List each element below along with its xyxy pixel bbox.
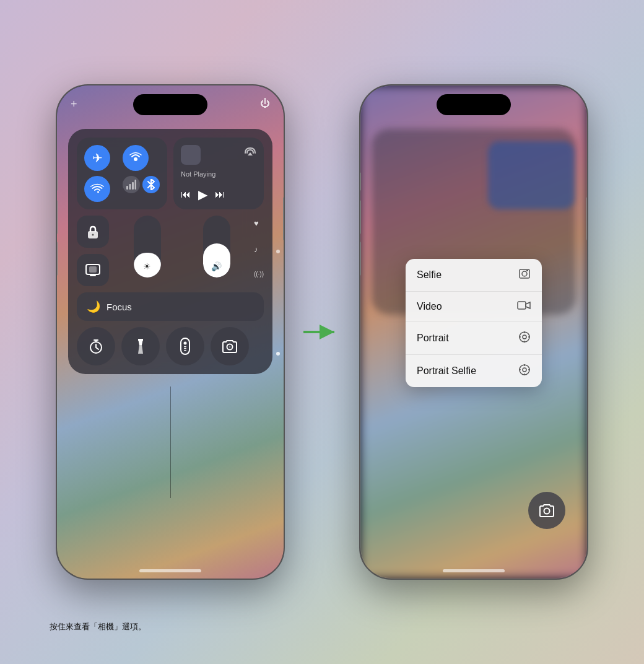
portrait-icon (518, 331, 531, 346)
svg-point-23 (520, 332, 529, 342)
video-label: Video (417, 301, 442, 312)
airplane-mode-button[interactable]: ✈ (84, 145, 110, 171)
direction-arrow (303, 320, 341, 344)
svg-point-25 (520, 365, 529, 375)
portrait-selfie-icon (518, 364, 531, 378)
wifi-hotspot-button[interactable] (123, 145, 149, 171)
favorite-icon: ♥ (254, 219, 264, 228)
wifi-button[interactable] (84, 176, 110, 202)
portrait-option[interactable]: Portrait (406, 322, 542, 355)
phone2-wrapper: Selfie Video (359, 84, 588, 580)
svg-point-24 (523, 335, 526, 339)
volume-up-button[interactable] (56, 200, 58, 234)
cc-row4 (77, 327, 264, 365)
add-button[interactable]: + (71, 98, 77, 111)
svg-rect-3 (132, 182, 134, 190)
bluetooth-button[interactable] (142, 176, 160, 193)
now-playing-album-art (181, 145, 201, 165)
brightness-slider[interactable]: ☀ (115, 216, 180, 277)
connectivity-tile: ✈ (77, 138, 167, 209)
phone2-power-button[interactable] (586, 197, 588, 240)
camera-module-blur (488, 141, 575, 209)
portrait-selfie-option[interactable]: Portrait Selfie (406, 355, 542, 387)
flashlight-button[interactable] (121, 327, 160, 365)
svg-rect-21 (526, 270, 528, 271)
phone2-dynamic-island (437, 94, 511, 115)
cellular-button[interactable] (123, 176, 140, 193)
svg-rect-8 (89, 266, 97, 273)
selfie-label: Selfie (417, 269, 442, 281)
airplay-icon[interactable] (244, 145, 256, 160)
side-indicator-dot-bottom (276, 352, 280, 356)
phone2-camera-button[interactable] (528, 492, 565, 529)
volume-slider[interactable]: 🔊 (185, 216, 249, 277)
phone2: Selfie Video (359, 84, 588, 580)
phone1: + ⏻ ✈ (56, 84, 285, 580)
play-button[interactable]: ▶ (198, 187, 207, 202)
camera-options-menu: Selfie Video (406, 259, 542, 387)
dynamic-island (133, 94, 207, 115)
speaker-icon: ((·)) (254, 271, 264, 277)
volume-down-button[interactable] (56, 242, 58, 276)
rewind-button[interactable]: ⏮ (181, 189, 191, 200)
selfie-option[interactable]: Selfie (406, 259, 542, 292)
control-center: ✈ (68, 129, 272, 374)
phone2-home-indicator (443, 569, 505, 572)
camera-button[interactable] (211, 327, 249, 365)
focus-button[interactable]: 🌙 Focus (77, 292, 264, 321)
cc-row1: ✈ (77, 138, 264, 209)
svg-point-20 (522, 271, 527, 276)
page-wrapper: + ⏻ ✈ (0, 0, 644, 664)
svg-point-17 (229, 346, 231, 348)
mute-button[interactable] (56, 172, 58, 191)
remote-button[interactable] (166, 327, 204, 365)
arrow-container (303, 320, 341, 344)
screen-lock-button[interactable] (77, 216, 109, 248)
svg-point-27 (544, 509, 550, 514)
svg-rect-4 (135, 180, 137, 190)
video-option[interactable]: Video (406, 292, 542, 322)
cc-row3: 🌙 Focus (77, 292, 264, 321)
side-indicator-dot (276, 250, 280, 253)
svg-point-0 (134, 157, 137, 161)
portrait-label: Portrait (417, 333, 449, 344)
svg-rect-2 (129, 184, 131, 190)
phone2-volume-up-button[interactable] (359, 200, 361, 234)
annotation-line (170, 387, 171, 498)
svg-rect-13 (184, 346, 186, 347)
svg-point-6 (92, 234, 94, 236)
selfie-icon (518, 268, 531, 282)
now-playing-top (181, 145, 256, 165)
moon-icon: 🌙 (87, 300, 100, 313)
phone2-volume-down-button[interactable] (359, 242, 361, 276)
annotation-text: 按住來查看「相機」選項。 (50, 621, 146, 632)
now-playing-title: Not Playing (181, 170, 256, 178)
svg-rect-1 (126, 186, 128, 190)
cc-row2: ☀ 🔊 (77, 216, 264, 286)
home-indicator (139, 569, 201, 572)
svg-rect-10 (138, 339, 143, 341)
portrait-selfie-label: Portrait Selfie (417, 365, 476, 377)
svg-point-12 (184, 342, 187, 345)
music-icon: ♪ (254, 245, 264, 254)
phone2-mute-button[interactable] (359, 172, 361, 191)
now-playing-tile: Not Playing ⏮ ▶ ⏭ (173, 138, 264, 209)
phone1-wrapper: + ⏻ ✈ (56, 84, 285, 580)
fast-forward-button[interactable]: ⏭ (215, 189, 225, 200)
screen-mirror-button[interactable] (77, 254, 109, 286)
svg-rect-15 (184, 350, 186, 351)
timer-button[interactable] (77, 327, 115, 365)
svg-rect-14 (184, 348, 186, 349)
two-phones-container: + ⏻ ✈ (56, 84, 588, 580)
now-playing-controls: ⏮ ▶ ⏭ (181, 187, 256, 202)
video-icon (517, 300, 531, 313)
focus-label: Focus (107, 302, 132, 312)
svg-point-26 (523, 368, 526, 372)
power-button[interactable] (283, 197, 285, 240)
svg-rect-22 (518, 302, 526, 309)
power-icon[interactable]: ⏻ (260, 98, 270, 109)
